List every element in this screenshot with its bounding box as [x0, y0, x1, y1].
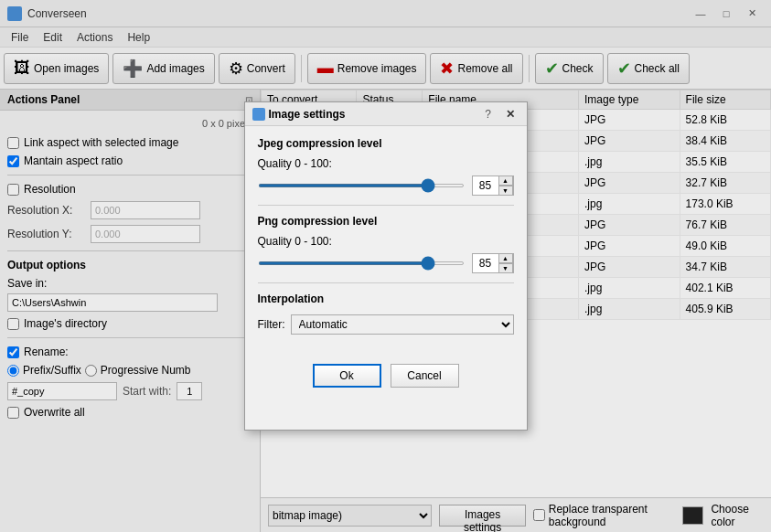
jpeg-spinner-buttons: ▲ ▼: [498, 176, 513, 196]
image-settings-modal: Image settings ? ✕ Jpeg compression leve…: [244, 101, 528, 431]
modal-cancel-button[interactable]: Cancel: [391, 364, 459, 388]
jpeg-slider-row: ▲ ▼: [258, 176, 514, 196]
jpeg-spinner-up[interactable]: ▲: [498, 176, 513, 186]
modal-overlay: Image settings ? ✕ Jpeg compression leve…: [0, 0, 771, 532]
modal-icon: [252, 108, 265, 121]
jpeg-quality-label: Quality 0 - 100:: [258, 157, 514, 170]
jpeg-spinner-down[interactable]: ▼: [498, 186, 513, 196]
modal-divider-1: [258, 205, 514, 206]
filter-select[interactable]: Automatic Undefined Point Box Triangle: [291, 314, 514, 335]
interpolation-title: Interpolation: [258, 293, 514, 305]
jpeg-section-title: Jpeg compression level: [258, 137, 514, 150]
png-spinner-down[interactable]: ▼: [498, 263, 513, 273]
modal-ok-button[interactable]: Ok: [313, 364, 381, 388]
jpeg-spinner: ▲ ▼: [472, 176, 514, 196]
png-spinner: ▲ ▼: [472, 253, 514, 273]
png-spinner-up[interactable]: ▲: [498, 253, 513, 263]
png-quality-label: Quality 0 - 100:: [258, 235, 514, 248]
filter-label: Filter:: [258, 318, 285, 331]
modal-body: Jpeg compression level Quality 0 - 100: …: [245, 126, 527, 355]
modal-title: Image settings: [269, 108, 476, 121]
modal-footer: Ok Cancel: [245, 355, 527, 400]
jpeg-spinner-input[interactable]: [473, 179, 498, 192]
interpolation-row: Filter: Automatic Undefined Point Box Tr…: [258, 314, 514, 335]
png-section-title: Png compression level: [258, 215, 514, 228]
png-spinner-input[interactable]: [473, 257, 498, 270]
png-slider-row: ▲ ▼: [258, 253, 514, 273]
modal-title-bar: Image settings ? ✕: [245, 102, 527, 126]
png-quality-slider[interactable]: [258, 261, 465, 265]
modal-help-button[interactable]: ?: [479, 106, 498, 122]
jpeg-quality-slider[interactable]: [258, 184, 465, 187]
modal-divider-2: [258, 282, 514, 283]
modal-close-button[interactable]: ✕: [501, 106, 519, 122]
png-spinner-buttons: ▲ ▼: [498, 253, 513, 273]
